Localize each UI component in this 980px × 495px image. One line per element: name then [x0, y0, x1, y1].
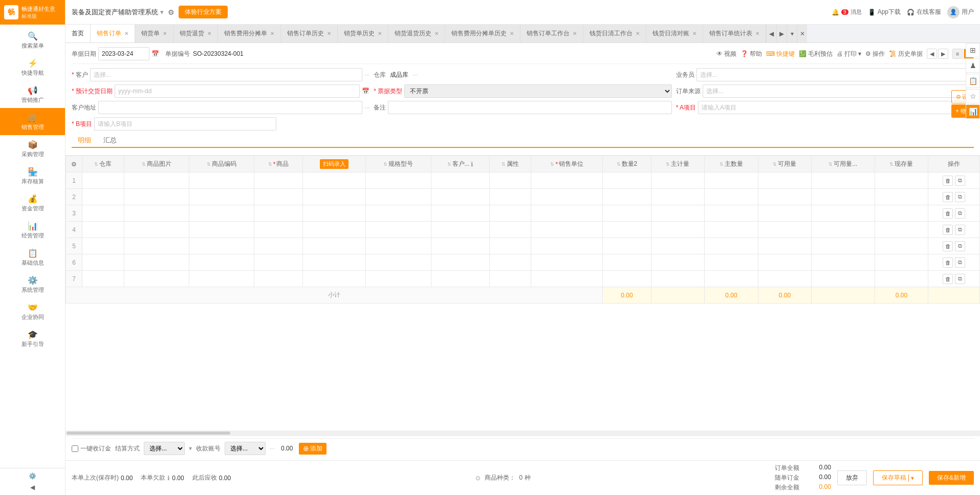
address-input[interactable] — [98, 101, 362, 114]
actions-btn[interactable]: ⚙ 操作 — [865, 50, 885, 58]
sidebar-item-marketing[interactable]: 📢 营销推广 — [0, 81, 65, 108]
sort-icon[interactable]: ⇅ — [207, 162, 211, 167]
sort-icon[interactable]: ⇅ — [447, 162, 451, 167]
row-copy-btn[interactable]: ⧉ — [955, 225, 965, 235]
sidebar-item-guide[interactable]: 🎓 新手引导 — [0, 325, 65, 352]
address-more-icon[interactable]: ··· — [364, 104, 369, 111]
tab-close-6[interactable]: ✕ — [378, 31, 382, 36]
row-delete-btn[interactable]: 🗑 — [943, 241, 953, 251]
calendar-icon[interactable]: 📅 — [151, 50, 159, 57]
tab-nav-close-all[interactable]: ✕ — [797, 25, 807, 43]
row-copy-btn[interactable]: ⧉ — [955, 208, 965, 219]
right-panel-btn-4[interactable]: ☆ — [966, 89, 980, 103]
sort-icon[interactable]: ⇅ — [94, 162, 98, 167]
tab-sales-order-history[interactable]: 销售订单历史 ✕ — [281, 25, 338, 42]
tab-cash-workbench[interactable]: 钱货日清工作台 ✕ — [583, 25, 646, 42]
nav-prev-btn[interactable]: ◀ — [927, 49, 937, 59]
sort-icon[interactable]: ⇅ — [502, 162, 506, 167]
row-delete-btn[interactable]: 🗑 — [943, 274, 953, 284]
sidebar-item-finance[interactable]: 💰 资金管理 — [0, 189, 65, 217]
profit-btn[interactable]: 💹 毛利预估 — [799, 50, 833, 58]
tab-sales-goods[interactable]: 销货单 ✕ — [135, 25, 173, 42]
sidebar-item-sales[interactable]: 🛒 销售管理 — [0, 108, 65, 135]
tab-return-history[interactable]: 销货退货历史 ✕ — [388, 25, 445, 42]
tab-cash-reconcile[interactable]: 钱货日清对账 ✕ — [646, 25, 703, 42]
discard-button[interactable]: 放弃 — [837, 470, 867, 485]
row-copy-btn[interactable]: ⧉ — [955, 176, 965, 186]
horizontal-scrollbar[interactable] — [66, 431, 980, 436]
tab-close-icon[interactable]: ✕ — [124, 31, 128, 36]
sidebar-item-operation[interactable]: 📊 经营管理 — [0, 217, 65, 244]
history-btn[interactable]: 📜 历史单据 — [889, 50, 923, 58]
trial-button[interactable]: 体验行业方案 — [179, 6, 228, 18]
tab-close-5[interactable]: ✕ — [327, 31, 331, 36]
sort-icon[interactable]: ⇅ — [550, 162, 554, 167]
customer-input[interactable] — [90, 68, 362, 81]
tab-close-7[interactable]: ✕ — [434, 31, 439, 36]
right-panel-btn-1[interactable]: ⊞ — [966, 43, 980, 57]
help-btn[interactable]: ❓ 帮助 — [741, 50, 762, 58]
sort-icon[interactable]: ⇅ — [142, 162, 146, 167]
scan-button[interactable]: 扫码录入 — [320, 159, 349, 169]
tab-close-12[interactable]: ✕ — [755, 31, 759, 36]
staff-input[interactable] — [696, 68, 967, 81]
add-payment-button[interactable]: ⊕ 添加 — [299, 443, 326, 455]
system-settings-icon[interactable]: ⚙ — [168, 8, 175, 16]
row-copy-btn[interactable]: ⧉ — [955, 274, 965, 284]
sort-icon[interactable]: ⇅ — [666, 162, 670, 167]
settlement-select[interactable]: 选择... — [144, 442, 185, 455]
sidebar-bottom-collapse[interactable]: ◀ — [30, 484, 35, 491]
tab-sales-return[interactable]: 销货退货 ✕ — [173, 25, 218, 42]
sidebar-item-system[interactable]: ⚙️ 系统管理 — [0, 271, 65, 298]
row-delete-btn[interactable]: 🗑 — [943, 192, 953, 202]
tab-close-2[interactable]: ✕ — [163, 31, 167, 36]
a-project-input[interactable] — [698, 101, 974, 114]
right-panel-btn-3[interactable]: 📋 — [966, 74, 980, 88]
sidebar-item-quick[interactable]: ⚡ 快捷导航 — [0, 54, 65, 81]
tab-detail[interactable]: 明细 — [72, 134, 97, 148]
delivery-calendar-icon[interactable]: 📅 — [362, 88, 369, 95]
save-draft-dropdown-icon[interactable]: ▾ — [908, 475, 914, 482]
notification-item[interactable]: 🔔 9 消息 — [832, 8, 862, 16]
one-click-payment-checkbox[interactable] — [72, 445, 78, 452]
sort-icon[interactable]: ⇅ — [829, 162, 833, 167]
tab-nav-prev[interactable]: ◀ — [766, 25, 776, 43]
tab-nav-next[interactable]: ▶ — [776, 25, 787, 43]
view-btn[interactable]: 👁 视频 — [716, 50, 736, 58]
tab-sales-expense[interactable]: 销售费用分摊单 ✕ — [218, 25, 281, 42]
sidebar-bottom-settings[interactable]: ⚙️ — [29, 472, 36, 480]
user-item[interactable]: 👤 用户 — [947, 6, 974, 18]
sidebar-item-inventory[interactable]: 🏪 库存核算 — [0, 162, 65, 189]
account-more-icon[interactable]: ··· — [270, 445, 275, 452]
row-copy-btn[interactable]: ⧉ — [955, 192, 965, 202]
row-delete-btn[interactable]: 🗑 — [943, 176, 953, 186]
row-copy-btn[interactable]: ⧉ — [955, 257, 965, 268]
invoice-type-select[interactable]: 不开票 增值税普通发票 增值税专用发票 — [404, 84, 671, 98]
save-draft-button[interactable]: 保存草稿 ▾ — [873, 470, 923, 485]
single-date-input[interactable] — [98, 47, 149, 60]
save-new-button[interactable]: 保存&新增 — [929, 471, 974, 485]
online-service-item[interactable]: 🎧 在线客服 — [907, 8, 941, 16]
row-delete-btn[interactable]: 🗑 — [943, 208, 953, 219]
tab-home[interactable]: 首页 — [66, 25, 91, 42]
tab-expense-history[interactable]: 销售费用分摊单历史 ✕ — [445, 25, 520, 42]
app-download-item[interactable]: 📱 App下载 — [868, 8, 901, 16]
nav-next-btn[interactable]: ▶ — [938, 49, 948, 59]
sort-icon[interactable]: ⇅ — [720, 162, 724, 167]
right-panel-btn-5[interactable]: 📊 — [966, 104, 980, 119]
sort-icon[interactable]: ⇅ — [268, 162, 272, 167]
sidebar-item-base[interactable]: 📋 基础信息 — [0, 244, 65, 271]
customer-more-icon[interactable]: ··· — [364, 71, 369, 78]
warehouse-more-icon[interactable]: ··· — [412, 71, 418, 78]
shortcut-btn[interactable]: ⌨ 快捷键 — [766, 50, 795, 58]
row-delete-btn[interactable]: 🗑 — [943, 257, 953, 268]
sort-icon[interactable]: ⇅ — [617, 162, 621, 167]
sort-icon[interactable]: ⇅ — [889, 162, 894, 167]
sidebar-item-enterprise[interactable]: 🤝 企业协同 — [0, 298, 65, 325]
delivery-date-input[interactable] — [115, 84, 360, 98]
row-copy-btn[interactable]: ⧉ — [955, 241, 965, 251]
tab-close-11[interactable]: ✕ — [692, 31, 696, 36]
notes-input[interactable] — [388, 101, 671, 114]
right-panel-btn-2[interactable]: ♟ — [966, 58, 980, 73]
print-btn[interactable]: 🖨 打印 ▾ — [837, 50, 861, 58]
